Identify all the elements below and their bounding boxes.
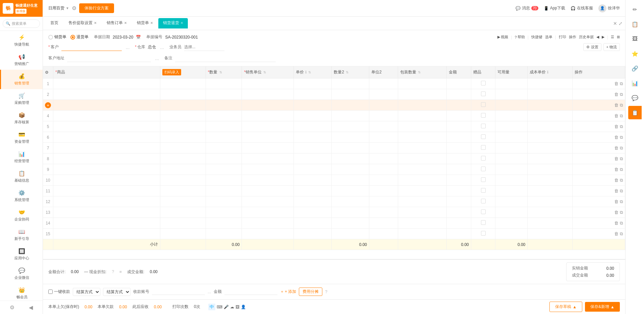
delete-row-5[interactable]: 🗑	[614, 124, 619, 129]
sidebar-settings-button[interactable]: ⚙	[10, 304, 14, 311]
tab-sale-price[interactable]: 售价提取设置 ✕	[64, 18, 101, 28]
trial-industry-button[interactable]: 体验行业方案	[79, 3, 114, 13]
search-menu-button[interactable]: 🔍 搜索菜单	[3, 19, 40, 28]
unit-price-sort-icon[interactable]: ⇅	[308, 70, 311, 74]
copy-row-10[interactable]: ⧉	[620, 178, 623, 183]
sidebar-item-wechat[interactable]: 💬 企业微信	[0, 264, 43, 284]
copy-row-12[interactable]: ⧉	[620, 199, 623, 204]
help-button[interactable]: ? 帮助	[515, 35, 525, 40]
operation-button[interactable]: 操作	[569, 35, 576, 40]
sidebar-item-purchase[interactable]: 🛒 采购管理	[0, 89, 43, 109]
add-logistics-button[interactable]: + 物流	[603, 43, 620, 51]
gift-checkbox-9[interactable]	[481, 167, 486, 171]
sidebar-item-apps[interactable]: 🔲 应用中心	[0, 245, 43, 264]
copy-row-2[interactable]: ⧉	[620, 92, 623, 97]
delete-row-8[interactable]: 🗑	[614, 156, 619, 161]
copy-row-4[interactable]: ⧉	[620, 113, 623, 119]
online-service-button[interactable]: 🎧 在线客服	[571, 5, 593, 11]
copy-row-5[interactable]: ⧉	[620, 124, 623, 129]
right-panel-chart-btn[interactable]: 📊	[628, 76, 642, 90]
tab-sale-return[interactable]: 销货退货 ✕	[158, 18, 188, 28]
quantity2-sort-icon[interactable]: ⇅	[346, 70, 348, 74]
salesperson-input[interactable]	[184, 43, 224, 51]
select-order-button[interactable]: 选单	[545, 35, 552, 40]
delete-row-12[interactable]: 🗑	[614, 199, 619, 204]
unit-price-info-icon[interactable]: ℹ	[305, 70, 307, 74]
product-cell-15[interactable]	[53, 229, 160, 239]
product-input-3[interactable]	[55, 103, 158, 108]
next-record-button[interactable]: ▶	[602, 35, 604, 39]
product-cell-7[interactable]	[53, 143, 160, 153]
sidebar-item-basic[interactable]: 📋 基础信息	[0, 167, 43, 186]
list-view-button[interactable]: ☰	[611, 35, 614, 39]
account-dots[interactable]: ...	[208, 290, 211, 294]
tab-sale-order[interactable]: 销售订单 ✕	[102, 18, 131, 28]
sidebar-item-operations[interactable]: 📊 经营管理	[0, 147, 43, 167]
customer-address-input[interactable]	[67, 54, 151, 62]
fees-help-icon[interactable]: ?	[325, 290, 327, 294]
app-download-button[interactable]: 📱 App下载	[544, 5, 565, 11]
sidebar-item-sales[interactable]: 💰 销售管理	[0, 70, 43, 89]
gift-checkbox-1[interactable]	[481, 81, 486, 85]
copy-row-1[interactable]: ⧉	[620, 81, 623, 86]
gift-checkbox-8[interactable]	[481, 156, 486, 161]
copy-row-11[interactable]: ⧉	[620, 188, 623, 194]
delete-row-4[interactable]: 🗑	[614, 113, 619, 118]
sidebar-item-inventory[interactable]: 📦 库存核算	[0, 109, 43, 128]
product-cell-5[interactable]	[53, 121, 160, 132]
product-cell-10[interactable]	[53, 175, 160, 186]
gift-checkbox-5[interactable]	[481, 124, 486, 128]
delete-row-15[interactable]: 🗑	[614, 231, 619, 236]
prev-record-button[interactable]: ◀	[596, 35, 599, 39]
tab-home[interactable]: 首页	[46, 18, 63, 28]
copy-row-15[interactable]: ⧉	[620, 231, 623, 237]
sidebar-item-system[interactable]: ⚙️ 系统管理	[0, 186, 43, 206]
radio-sale-return[interactable]: 退货单	[70, 34, 89, 40]
calc-method-select[interactable]: 结算方式	[103, 288, 130, 296]
gift-checkbox-7[interactable]	[481, 145, 486, 150]
gift-checkbox-13[interactable]	[481, 209, 486, 214]
product-cell-11[interactable]	[53, 186, 160, 196]
gift-checkbox-10[interactable]	[481, 177, 486, 182]
product-cell-6[interactable]	[53, 132, 160, 143]
product-cell-3[interactable]	[53, 100, 160, 111]
tab-close-sale-price[interactable]: ✕	[94, 21, 97, 25]
sidebar-item-enterprise[interactable]: 🤝 企业协同	[0, 206, 43, 225]
video-button[interactable]: ▶ 视频	[497, 35, 508, 40]
gift-checkbox-6[interactable]	[481, 134, 486, 139]
sidebar-item-member[interactable]: 👑 畅会员	[0, 284, 43, 301]
tab-close-sale-order[interactable]: ✕	[124, 21, 127, 25]
tab-sale-delivery[interactable]: 销货单 ✕	[132, 18, 158, 28]
copy-row-7[interactable]: ⧉	[620, 145, 623, 151]
window-close-button[interactable]: ✕	[613, 21, 617, 26]
gift-checkbox-3[interactable]	[481, 102, 486, 107]
print-button[interactable]: 打印	[559, 35, 566, 40]
right-panel-star-btn[interactable]: ⭐	[628, 47, 642, 60]
scan-input-button[interactable]: 扫码录入	[162, 69, 181, 75]
add-payment-button[interactable]: ＋ + 添加	[280, 289, 296, 295]
copy-row-6[interactable]: ⧉	[620, 135, 623, 140]
customer-dots[interactable]: ...	[126, 45, 130, 50]
copy-row-13[interactable]: ⧉	[620, 210, 623, 215]
right-panel-link-btn[interactable]: 🔗	[628, 62, 642, 75]
window-maximize-button[interactable]: ⤢	[619, 21, 623, 26]
copy-row-14[interactable]: ⧉	[620, 221, 623, 226]
product-cell-8[interactable]	[53, 153, 160, 164]
right-panel-edit-btn[interactable]: ✏	[628, 3, 642, 16]
customer-input[interactable]	[61, 43, 122, 51]
payment-amount-input[interactable]	[224, 289, 277, 295]
fees-split-button[interactable]: 费用分摊	[299, 288, 322, 296]
one-click-payment-checkbox[interactable]	[48, 290, 53, 294]
address-dots[interactable]: ...	[155, 56, 159, 61]
tab-close-sale-delivery[interactable]: ✕	[150, 21, 153, 25]
delete-row-7[interactable]: 🗑	[614, 145, 619, 150]
gift-checkbox-15[interactable]	[481, 231, 486, 236]
grid-view-button[interactable]: ⊞	[617, 35, 620, 39]
topbar-settings-button[interactable]: ⚙	[72, 5, 76, 11]
delete-row-9[interactable]: 🗑	[614, 167, 619, 172]
gift-checkbox-4[interactable]	[481, 113, 486, 118]
copy-row-8[interactable]: ⧉	[620, 156, 623, 162]
gift-checkbox-11[interactable]	[481, 188, 486, 193]
shortcut-button[interactable]: 快捷键	[531, 35, 542, 40]
history-button[interactable]: 历史单据	[579, 35, 594, 40]
